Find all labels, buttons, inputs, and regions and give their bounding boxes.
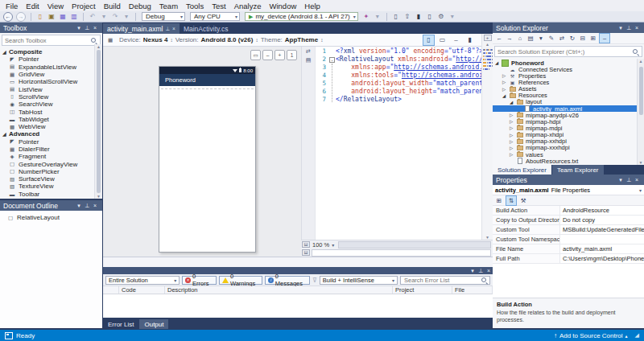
menu-item-debug[interactable]: Debug [125,2,155,10]
menu-item-window[interactable]: Window [265,2,300,10]
toolbox-item-surfaceview[interactable]: ▨SurfaceView [0,175,102,183]
code-line[interactable]: 5 android:layout_width="match_parent" [316,80,481,88]
close-icon[interactable]: × [633,177,641,183]
scroll-down-icon[interactable]: ▼ [97,194,101,199]
property-pages-icon[interactable]: ⚒ [518,196,528,205]
menu-item-tools[interactable]: Tools [182,2,208,10]
window-position-icon[interactable]: ▾ [617,25,625,31]
open-file-icon[interactable]: ▣ [47,12,56,21]
tab-activity_main.axml[interactable]: activity_main.axml⊥× [103,23,180,34]
code-line[interactable]: 4 xmlns:tools="http://schemas.android.co… [316,72,481,80]
toolbox-search-input[interactable] [5,37,90,44]
toolbox-item-webview[interactable]: ▩WebView [0,123,102,130]
save-icon[interactable]: ▦ [58,12,68,21]
zoom-actual-icon[interactable]: 1 [287,50,297,60]
forward-icon[interactable]: → [505,34,514,43]
menu-item-build[interactable]: Build [100,2,125,10]
expander-icon[interactable]: ◢ [495,60,502,65]
menu-item-test[interactable]: Test [208,2,229,10]
toolbox-search[interactable] [2,35,101,46]
collapse-region-icon[interactable]: - [329,57,335,63]
scroll-up-icon[interactable]: ▲ [485,42,489,47]
outline-item-relativelayout[interactable]: ▢RelativeLayout [0,213,102,222]
code-line[interactable]: 2-<RelativeLayout xmlns:android="http://… [316,55,481,64]
collapse-all-icon[interactable]: ⊟ [578,34,588,43]
toolbox-item-pointer[interactable]: ◤Pointer [0,138,102,146]
tab-solution-explorer[interactable]: Solution Explorer [493,165,551,175]
navigate-back-icon[interactable]: ← [3,12,13,22]
error-list-search-input[interactable] [402,276,481,285]
tree-item-references[interactable]: ▷▣References [493,79,644,85]
toolbox-item-horizontalscrollview[interactable]: ▭HorizontalScrollView [0,78,102,85]
tree-item-mipmap-hdpi[interactable]: ▷mipmap-hdpi [493,118,644,125]
toolbox-item-fragment[interactable]: ◈Fragment [0,153,102,160]
designer-source-splitter[interactable]: ⇄▤ [301,47,316,240]
toolbox-item-toolbar[interactable]: ▬Toolbar [0,191,102,198]
property-value[interactable]: MSBuild:UpdateGeneratedFiles [560,226,644,233]
horizontal-scrollbar[interactable] [312,249,491,257]
warnings-filter-button[interactable]: 0 Warnings [219,276,262,285]
column-header-code[interactable]: Code [119,286,165,294]
zoom-out-icon[interactable]: – [262,50,273,60]
source-editor[interactable]: 1<?xml version="1.0" encoding="utf-8"?>2… [316,47,481,240]
solution-search-input[interactable] [497,48,632,55]
split-orientation-icon[interactable]: ▤ [306,57,312,64]
tree-item-connected services[interactable]: ☁Connected Services [493,66,644,72]
scrollbar-thumb[interactable] [639,67,643,115]
overflow-icon[interactable]: ▾ [448,12,457,21]
device-phone-icon[interactable]: ▯ [425,12,435,21]
source-filter-combo[interactable]: Build + IntelliSense ▾ [320,276,398,285]
property-value[interactable]: Do not copy [560,216,644,224]
error-list-search[interactable] [400,276,490,285]
chevron-down-icon[interactable]: ▾ [373,12,382,21]
scope-combo[interactable]: Entire Solution ▾ [105,276,180,285]
property-value[interactable]: AndroidResource [560,207,644,214]
new-file-icon[interactable]: ▯ [35,12,45,21]
properties-object-combo[interactable]: activity_main.axml File Properties ▾ [493,185,644,195]
close-icon[interactable]: × [633,25,641,31]
new-item-icon[interactable]: ▯ [391,12,401,21]
tree-item-properties[interactable]: ▷⚒Properties [493,72,644,79]
zoom-in-icon[interactable]: + [275,50,285,60]
toolbox-item-gridview[interactable]: ▦GridView [0,71,102,78]
expander-icon[interactable]: ▷ [510,139,516,144]
portrait-view-icon[interactable]: ▯ [423,35,435,46]
property-row[interactable]: Copy to Output DirectoryDo not copy [493,216,644,225]
menu-item-analyze[interactable]: Analyze [230,2,266,10]
show-all-files-icon[interactable]: ⊞ [588,34,598,43]
zoom-minus-icon[interactable]: – [450,35,462,46]
back-icon[interactable]: ← [494,34,504,43]
column-header-description[interactable]: Description [165,286,393,294]
toolbox-item-listview[interactable]: ▤ListView [0,85,102,92]
caret-up-icon[interactable]: ▴ [625,333,628,339]
pending-changes-filter-icon[interactable]: ✎ [547,34,556,43]
property-row[interactable]: Custom ToolMSBuild:UpdateGeneratedFiles [493,225,644,235]
property-row[interactable]: Full PathC:\Users\mgm\Desktop\Phonew [493,254,644,264]
expander-icon[interactable]: ▷ [502,87,509,92]
errors-filter-button[interactable]: ✕ 0 Errors [182,276,217,285]
toolbox-item-gestureoverlayview[interactable]: ▢GestureOverlayView [0,160,102,167]
deploy-up-icon[interactable]: ⇧ [402,12,412,21]
pin-icon[interactable]: ⊥ [477,268,485,274]
chevron-down-icon[interactable]: ▾ [99,12,109,21]
expander-icon[interactable]: ▷ [502,73,509,78]
messages-filter-button[interactable]: i 0 Messages [265,276,310,285]
navigate-forward-icon[interactable]: → [16,12,26,22]
filter-icon[interactable]: ⊽ [312,277,317,284]
column-header-icon[interactable] [103,286,119,294]
menu-item-team[interactable]: Team [155,2,182,10]
code-area[interactable]: 1<?xml version="1.0" encoding="utf-8"?>2… [316,47,481,104]
toolbox-item-textureview[interactable]: ▧TextureView [0,183,102,190]
solution-explorer-search[interactable] [494,46,642,57]
toolbox-item-tabwidget[interactable]: ▬TabWidget [0,116,102,123]
scrollbar-thumb[interactable] [97,50,101,193]
split-box-icon[interactable]: ⊟ [302,249,310,256]
menu-item-edit[interactable]: Edit [22,2,43,10]
expander-icon[interactable]: ▷ [510,113,516,117]
properties-icon[interactable]: ‒ [599,33,610,43]
tree-item-assets[interactable]: ▷Assets [493,86,644,92]
tree-item-mipmap-mdpi[interactable]: ▷mipmap-mdpi [493,125,644,131]
expander-icon[interactable]: ◢ [502,93,509,98]
editor-scrollbar[interactable]: + ▲ ▼ [481,34,493,240]
expander-icon[interactable]: ▷ [510,146,516,150]
